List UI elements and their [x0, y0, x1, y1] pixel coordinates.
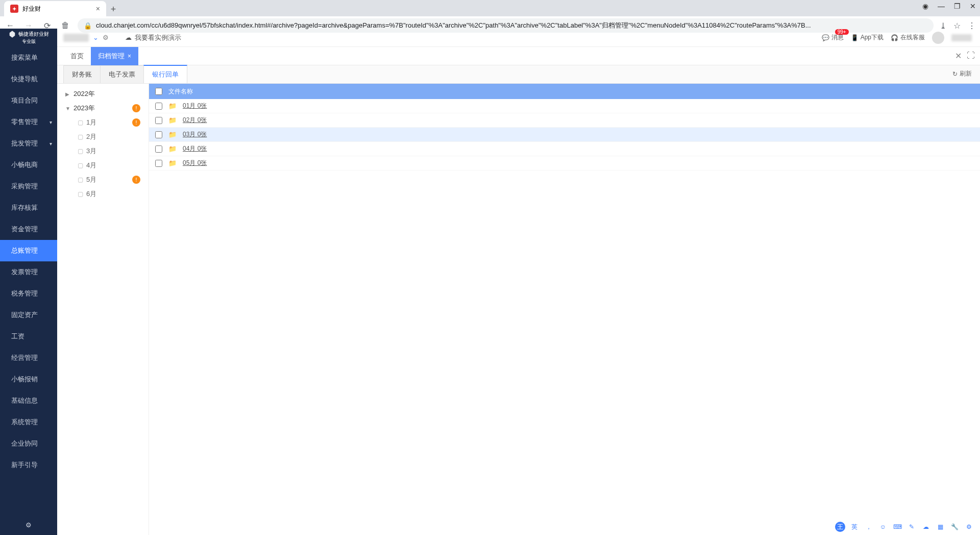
username-blurred [951, 34, 972, 41]
service-button[interactable]: 🎧 在线客服 [891, 33, 925, 42]
row-checkbox[interactable] [155, 145, 162, 153]
tree-month-5[interactable]: ▢5月! [57, 173, 149, 187]
trash-icon[interactable]: 🗑 [59, 21, 71, 30]
row-checkbox[interactable] [155, 117, 162, 124]
message-button[interactable]: 💬 消息 99+ [822, 33, 844, 42]
ime-gear-icon[interactable]: ⚙ [964, 522, 974, 532]
user-icon[interactable]: ◉ [922, 2, 928, 10]
window-controls: ◉ — ❐ ✕ [922, 2, 976, 10]
tree-month-6[interactable]: ▢6月 [57, 187, 149, 201]
file-row[interactable]: 📁03月 0张 [149, 128, 980, 142]
ime-smile-icon[interactable]: ☺ [878, 522, 888, 532]
page-tabs: 首页 归档管理 × ✕ ⛶ [57, 47, 980, 65]
tree-month-4[interactable]: ▢4月 [57, 158, 149, 173]
ime-tool-icon[interactable]: 🔧 [949, 522, 960, 532]
sidebar-item-1[interactable]: 快捷导航 [0, 68, 57, 90]
sidebar-item-15[interactable]: 小畅报销 [0, 369, 57, 390]
ime-keyboard-icon[interactable]: ⌨ [892, 522, 902, 532]
folder-icon: 📁 [168, 145, 177, 153]
sidebar-item-6[interactable]: 采购管理 [0, 176, 57, 197]
close-icon[interactable]: ✕ [970, 2, 976, 10]
close-all-icon[interactable]: ✕ [955, 51, 962, 61]
sidebar-item-9[interactable]: 总账管理 [0, 240, 57, 261]
sidebar-item-18[interactable]: 企业协同 [0, 433, 57, 454]
sidebar-item-12[interactable]: 固定资产 [0, 304, 57, 326]
row-checkbox[interactable] [155, 160, 162, 167]
maximize-icon[interactable]: ❐ [954, 2, 961, 10]
sidebar-item-5[interactable]: 小畅电商 [0, 154, 57, 176]
sidebar-item-3[interactable]: 零售管理▾ [0, 111, 57, 133]
ime-comma-icon[interactable]: ， [864, 522, 874, 532]
message-icon: 💬 [822, 34, 829, 41]
tree-year-2022[interactable]: ▶ 2022年 [57, 87, 149, 101]
sidebar-item-19[interactable]: 新手引导 [0, 454, 57, 476]
main: 搜索菜单快捷导航项目合同零售管理▾批发管理▾小畅电商采购管理库存核算资金管理总账… [0, 47, 980, 535]
col-filename: 文件名称 [168, 87, 193, 96]
tree-month-2[interactable]: ▢2月 [57, 130, 149, 144]
sidebar-item-label: 企业协同 [11, 439, 38, 448]
sidebar-item-13[interactable]: 工资 [0, 326, 57, 347]
file-name[interactable]: 02月 0张 [183, 116, 207, 125]
ime-mode-icon[interactable]: 王 [835, 522, 845, 532]
ime-cloud-icon[interactable]: ☁ [921, 522, 931, 532]
sidebar-item-label: 固定资产 [11, 310, 38, 320]
gear-icon[interactable]: ⚙ [103, 34, 109, 41]
select-all-checkbox[interactable] [155, 88, 162, 95]
sidebar-item-10[interactable]: 发票管理 [0, 261, 57, 283]
ime-mic-icon[interactable]: ✎ [906, 522, 917, 532]
tree-year-2023[interactable]: ▼ 2023年 ! [57, 101, 149, 115]
sidebar-item-label: 搜索菜单 [11, 53, 38, 62]
sidebar-item-0[interactable]: 搜索菜单 [0, 47, 57, 68]
avatar[interactable] [932, 32, 944, 44]
sidebar-item-8[interactable]: 资金管理 [0, 218, 57, 240]
ime-lang-icon[interactable]: 英 [849, 522, 860, 532]
fullscreen-icon[interactable]: ⛶ [967, 51, 975, 61]
url-field[interactable]: 🔒 cloud.chanjet.com/cc/u6d89qwnryel/57bf… [78, 18, 934, 33]
sidebar-item-label: 系统管理 [11, 418, 38, 427]
favicon-icon: ✦ [10, 5, 18, 13]
headset-icon: 🎧 [891, 34, 898, 41]
minimize-icon[interactable]: — [938, 2, 945, 10]
tab-close-icon[interactable]: × [96, 5, 100, 13]
browser-tab[interactable]: ✦ 好业财 × [4, 1, 106, 16]
star-icon[interactable]: ☆ [953, 21, 961, 31]
file-row[interactable]: 📁01月 0张 [149, 99, 980, 113]
sidebar-item-2[interactable]: 项目合同 [0, 90, 57, 111]
demo-link[interactable]: ☁ 我要看实例演示 [125, 33, 181, 42]
folder-icon: 📁 [168, 131, 177, 138]
sidebar-item-4[interactable]: 批发管理▾ [0, 133, 57, 154]
sidebar-item-11[interactable]: 税务管理 [0, 283, 57, 304]
sidebar-gear-icon[interactable]: ⚙ [0, 515, 57, 535]
sidebar-item-14[interactable]: 经营管理 [0, 347, 57, 369]
subtab-bankreceipt[interactable]: 银行回单 [143, 65, 187, 83]
file-row[interactable]: 📁04月 0张 [149, 142, 980, 156]
install-icon[interactable]: ⤓ [940, 21, 946, 31]
row-checkbox[interactable] [155, 131, 162, 138]
tab-home[interactable]: 首页 [63, 47, 91, 65]
sidebar-item-17[interactable]: 系统管理 [0, 411, 57, 433]
sidebar-item-16[interactable]: 基础信息 [0, 390, 57, 411]
file-name[interactable]: 04月 0张 [183, 144, 207, 153]
tree-month-1[interactable]: ▢1月! [57, 115, 149, 130]
org-selector[interactable]: ⌄ ⚙ [57, 34, 115, 42]
new-tab-button[interactable]: + [106, 2, 120, 16]
file-list-header: 文件名称 [149, 84, 980, 99]
tab-close-icon[interactable]: × [128, 53, 131, 60]
tab-archive-label: 归档管理 [98, 52, 125, 61]
file-row[interactable]: 📁05月 0张 [149, 156, 980, 171]
file-row[interactable]: 📁02月 0张 [149, 113, 980, 128]
subtab-einvoice[interactable]: 电子发票 [100, 65, 144, 83]
file-name[interactable]: 05月 0张 [183, 159, 207, 167]
row-checkbox[interactable] [155, 103, 162, 110]
refresh-button[interactable]: ↻ 刷新 [952, 69, 972, 78]
lock-icon: 🔒 [84, 22, 92, 30]
subtab-finance[interactable]: 财务账 [63, 65, 101, 83]
tab-archive[interactable]: 归档管理 × [91, 47, 138, 65]
ime-grid-icon[interactable]: ▦ [935, 522, 945, 532]
app-download-button[interactable]: 📱 App下载 [851, 33, 884, 42]
file-name[interactable]: 01月 0张 [183, 102, 207, 110]
menu-icon[interactable]: ⋮ [968, 21, 976, 31]
sidebar-item-7[interactable]: 库存核算 [0, 197, 57, 218]
tree-month-3[interactable]: ▢3月 [57, 144, 149, 158]
file-name[interactable]: 03月 0张 [183, 130, 207, 139]
